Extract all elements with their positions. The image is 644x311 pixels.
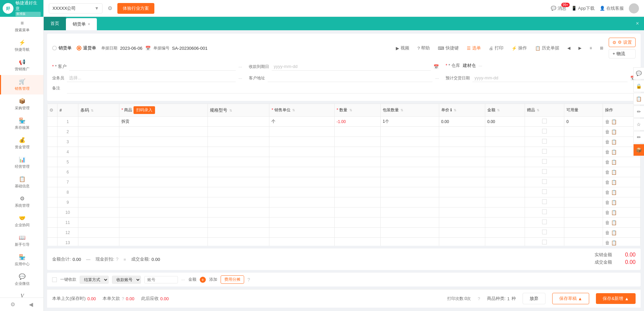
right-btn-orange[interactable]: 📦 [633,144,644,156]
help-btn[interactable]: ? 帮助 [415,44,432,52]
scan-button[interactable]: 扫码录入 [134,106,155,114]
delete-btn[interactable]: 🗑 [605,220,610,225]
date-calendar-icon[interactable]: 📅 [145,46,151,51]
payment-date-input[interactable] [272,63,431,71]
copy-btn[interactable]: 📋 [611,200,617,205]
salesperson-input[interactable] [67,74,236,82]
salesperson-more-icon[interactable]: ··· [238,76,242,81]
select-btn[interactable]: ☰ 选单 [464,44,484,52]
sidebar-item-inventory[interactable]: 🏪 库存核算 [0,114,43,133]
settings-button[interactable]: ⚙ ⚙ 设置 [609,38,636,47]
online-service-button[interactable]: 👤 在线客服 [600,5,624,11]
payment-account-input[interactable] [144,276,178,283]
th-settings[interactable]: ⚙ [47,104,58,117]
nav-prev-btn[interactable]: ◀ [565,44,573,52]
payment-method-select[interactable]: 结算方式 [80,276,109,284]
sidebar-item-marketing[interactable]: 📢 营销推广 [0,55,43,75]
sidebar-item-wechat[interactable]: 💬 企业微信 [0,270,43,289]
copy-btn[interactable]: 📋 [611,159,617,165]
history-btn[interactable]: 📋 历史单据 [532,44,562,52]
delete-btn[interactable]: 🗑 [605,190,610,195]
gift-checkbox[interactable] [542,139,547,144]
delete-btn[interactable]: 🗑 [605,139,610,145]
topbar-gear-icon[interactable]: ⚙ [106,3,114,13]
company-selector[interactable]: XXXXX公司 ▼ [49,3,103,13]
copy-btn[interactable]: 📋 [611,149,617,155]
gift-checkbox[interactable] [542,129,547,133]
fee-distribution-button[interactable]: 费用分摊 [221,275,244,284]
trial-button[interactable]: 体验行业方案 [117,3,154,14]
return-order-radio[interactable]: 退货单 [77,45,96,51]
address-more-icon[interactable]: ··· [435,76,439,81]
gift-checkbox[interactable] [542,179,547,184]
gift-checkbox[interactable] [542,199,547,204]
print-help-icon[interactable]: ? [478,296,480,301]
sidebar-item-system[interactable]: ⚙ 系统管理 [0,192,43,211]
sales-order-radio[interactable]: 销货单 [52,45,72,51]
delete-btn[interactable]: 🗑 [605,210,610,215]
tab-home[interactable]: 首页 [44,17,66,30]
view-grid-btn[interactable]: ⊞ [597,44,606,52]
copy-btn[interactable]: 📋 [611,240,617,245]
one-click-checkbox[interactable] [52,277,57,282]
sidebar-item-search[interactable]: ≡ 搜索菜单 [0,17,43,36]
warehouse-more-icon[interactable]: ··· [479,63,482,68]
delete-btn[interactable]: 🗑 [605,119,610,124]
tabbar-close-icon[interactable]: × [631,21,644,27]
account-more-icon[interactable]: ··· [181,277,185,282]
messages-button[interactable]: 💬 消息 99+ [551,5,566,11]
copy-btn[interactable]: 📋 [611,220,617,225]
nav-next-btn[interactable]: ▶ [576,44,584,52]
sidebar-item-appstore[interactable]: 🏪 应用中心 [0,250,43,270]
sidebar-item-finance[interactable]: 💰 资金管理 [0,133,43,153]
delete-btn[interactable]: 🗑 [605,180,610,185]
sidebar-item-sales[interactable]: 🛒 销售管理 [0,75,43,94]
discount-help-icon[interactable]: ? [116,257,119,262]
delete-btn[interactable]: 🗑 [605,129,610,134]
delete-btn[interactable]: 🗑 [605,230,610,235]
copy-btn[interactable]: 📋 [611,230,617,235]
gift-checkbox[interactable] [542,159,547,164]
settings-icon[interactable]: ⚙ [10,301,15,308]
gift-checkbox[interactable] [542,230,547,234]
customer-input[interactable] [69,63,236,71]
gift-checkbox[interactable] [542,149,547,154]
customer-more-icon[interactable]: ··· [238,64,242,69]
right-btn-3[interactable]: 📋 [633,93,644,105]
print-btn[interactable]: 🖨 打印 [486,44,506,52]
right-btn-2[interactable]: 🔒 [633,80,644,92]
delete-btn[interactable]: 🗑 [605,200,610,205]
gift-checkbox[interactable] [542,240,547,244]
sidebar-item-guide[interactable]: 📖 新手引导 [0,231,43,250]
sidebar-item-collab[interactable]: 🤝 企业协同 [0,211,43,231]
delete-btn[interactable]: 🗑 [605,169,610,175]
overdue-help-icon[interactable]: ? [122,296,124,301]
logistics-button[interactable]: + 物流 [609,49,636,59]
collapse-icon[interactable]: ◀ [29,301,33,308]
sidebar-item-member[interactable]: V 畅会员 [0,289,43,298]
right-btn-4[interactable]: ✏ [633,106,644,118]
expected-date-input[interactable] [472,74,628,82]
save-draft-button[interactable]: 保存草稿 ▲ [552,293,590,304]
gift-checkbox[interactable] [542,220,547,224]
payment-account-select[interactable]: 收款账号 [112,276,141,284]
copy-btn[interactable]: 📋 [611,210,617,215]
gift-checkbox[interactable] [542,119,547,123]
right-btn-1[interactable]: 💬 [633,67,644,79]
view-list-btn[interactable]: ≡ [587,44,595,52]
sidebar-item-operation[interactable]: 📊 经营管理 [0,153,43,172]
delete-btn[interactable]: 🗑 [605,240,610,245]
copy-btn[interactable]: 📋 [611,180,617,185]
sidebar-item-purchase[interactable]: 📦 采购管理 [0,94,43,114]
customer-address-input[interactable] [268,74,432,82]
column-settings-icon[interactable]: ⚙ [49,108,53,113]
copy-btn[interactable]: 📋 [611,190,617,195]
shortcut-btn[interactable]: ⌨ 快捷键 [435,44,461,52]
add-payment-button[interactable]: + [200,277,206,283]
delete-btn[interactable]: 🗑 [605,159,610,165]
tab-sales-order[interactable]: 销货单 × [66,18,97,30]
payment-date-calendar-icon[interactable]: 📅 [433,64,439,69]
save-new-button[interactable]: 保存&新增 ▲ [596,293,636,304]
operate-btn[interactable]: ⚡ 操作 [509,44,530,52]
sidebar-item-shortcut[interactable]: ⚡ 快捷导航 [0,36,43,55]
